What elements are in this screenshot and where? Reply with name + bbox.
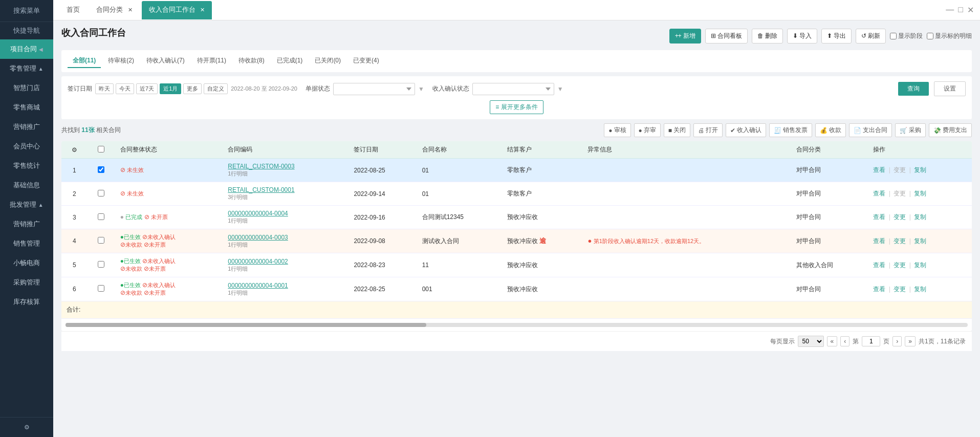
change-link[interactable]: 变更 bbox=[894, 166, 906, 173]
show-stages-checkbox-label[interactable]: 显示阶段 bbox=[890, 32, 923, 40]
income-confirm-button[interactable]: ✔ 收入确认 bbox=[726, 123, 766, 137]
delete-button[interactable]: 🗑 删除 bbox=[752, 29, 783, 43]
copy-link[interactable]: 复制 bbox=[914, 237, 926, 245]
date-custom[interactable]: 自定义 bbox=[204, 83, 228, 94]
minimize-button[interactable]: — bbox=[946, 5, 954, 15]
purchase-button[interactable]: 🛒 采购 bbox=[895, 123, 926, 137]
change-link[interactable]: 变更 bbox=[894, 190, 906, 197]
date-month[interactable]: 近1月 bbox=[160, 83, 181, 94]
export-button[interactable]: ⬆ 导出 bbox=[821, 29, 852, 43]
query-button[interactable]: 查询 bbox=[898, 82, 929, 96]
filter-tab-all[interactable]: 全部(11) bbox=[68, 54, 101, 68]
sidebar-item-purchase[interactable]: 采购管理 bbox=[0, 273, 53, 292]
set-button[interactable]: 设置 bbox=[934, 81, 966, 96]
view-link[interactable]: 查看 bbox=[873, 190, 885, 197]
filter-tab-closed[interactable]: 已关闭(0) bbox=[310, 54, 346, 68]
contract-code-link[interactable]: RETAIL_CUSTOM-0003 bbox=[228, 163, 294, 170]
scrollbar-thumb[interactable] bbox=[66, 323, 426, 327]
view-link[interactable]: 查看 bbox=[873, 166, 885, 173]
row-checkbox[interactable] bbox=[88, 277, 115, 301]
sidebar-item-online-store[interactable]: 零售商城 bbox=[0, 98, 53, 117]
close-button[interactable]: ✕ bbox=[967, 5, 974, 15]
show-stages-checkbox[interactable] bbox=[890, 33, 897, 39]
doc-status-select[interactable] bbox=[333, 83, 415, 95]
select-all-checkbox[interactable] bbox=[98, 146, 104, 152]
view-link[interactable]: 查看 bbox=[873, 261, 885, 269]
last-page-button[interactable]: » bbox=[905, 336, 916, 346]
tab-close-contract-category[interactable]: ✕ bbox=[128, 7, 133, 13]
show-marks-checkbox[interactable] bbox=[927, 33, 933, 39]
income-confirm-select[interactable] bbox=[472, 83, 554, 95]
row-checkbox[interactable] bbox=[88, 229, 115, 253]
col-settings[interactable]: ⚙ bbox=[61, 141, 88, 159]
sidebar-quick-nav[interactable]: 快捷导航 bbox=[0, 22, 53, 39]
out-contract-button[interactable]: 📄 支出合同 bbox=[849, 123, 892, 137]
sidebar-item-ecommerce[interactable]: 小畅电商 bbox=[0, 253, 53, 273]
expand-conditions-button[interactable]: ≡ 展开更多条件 bbox=[490, 100, 543, 114]
sidebar-item-marketing2[interactable]: 营销推广 bbox=[0, 214, 53, 234]
filter-tab-pending-confirm[interactable]: 待收入确认(7) bbox=[141, 54, 190, 68]
sales-invoice-button[interactable]: 🧾 销售发票 bbox=[769, 123, 812, 137]
tab-income-workbench[interactable]: 收入合同工作台 ✕ bbox=[142, 1, 212, 19]
sidebar-item-basic-info[interactable]: 基础信息 bbox=[0, 176, 53, 195]
date-today[interactable]: 今天 bbox=[116, 83, 134, 94]
copy-link[interactable]: 复制 bbox=[914, 190, 926, 197]
sidebar-item-project[interactable]: 项目合同 ◀ bbox=[0, 39, 53, 59]
contract-code-link[interactable]: 0000000000004-0004 bbox=[228, 210, 288, 217]
contract-code-link[interactable]: 0000000000004-0003 bbox=[228, 234, 288, 241]
sidebar-item-wholesale[interactable]: 批发管理 ▲ bbox=[0, 195, 53, 214]
date-more[interactable]: 更多 bbox=[183, 83, 202, 94]
expense-button[interactable]: 💸 费用支出 bbox=[929, 123, 972, 137]
filter-tab-pending-payment[interactable]: 待收款(8) bbox=[233, 54, 270, 68]
sidebar-item-marketing[interactable]: 营销推广 bbox=[0, 117, 53, 137]
tab-home[interactable]: 首页 bbox=[59, 1, 87, 19]
sidebar-settings[interactable]: ⚙ bbox=[0, 417, 53, 437]
copy-link[interactable]: 复制 bbox=[914, 213, 926, 221]
sidebar-item-sales[interactable]: 销售管理 bbox=[0, 234, 53, 253]
page-size-select[interactable]: 50 10 20 100 bbox=[798, 336, 824, 347]
contract-code-link[interactable]: 0000000000004-0002 bbox=[228, 258, 288, 265]
contract-code-link[interactable]: RETAIL_CUSTOM-0001 bbox=[228, 186, 294, 193]
import-button[interactable]: ⬇ 导入 bbox=[787, 29, 817, 43]
maximize-button[interactable]: □ bbox=[958, 5, 963, 15]
page-input[interactable] bbox=[862, 336, 880, 346]
filter-tab-pending-review[interactable]: 待审核(2) bbox=[103, 54, 139, 68]
view-link[interactable]: 查看 bbox=[873, 237, 885, 245]
copy-link[interactable]: 复制 bbox=[914, 166, 926, 173]
view-link[interactable]: 查看 bbox=[873, 213, 885, 221]
prev-page-button[interactable]: ‹ bbox=[840, 336, 850, 346]
new-button[interactable]: + + 新增 bbox=[669, 29, 701, 43]
row-checkbox[interactable] bbox=[88, 182, 115, 206]
kanban-button[interactable]: ⊞ 合同看板 bbox=[705, 29, 748, 43]
abandon-button[interactable]: ● 弃审 bbox=[634, 123, 661, 137]
show-marks-checkbox-label[interactable]: 显示标的明细 bbox=[927, 32, 972, 40]
sidebar-item-retail[interactable]: 零售管理 ▲ bbox=[0, 59, 53, 78]
filter-tab-changed[interactable]: 已变更(4) bbox=[348, 54, 384, 68]
refresh-button[interactable]: ↺ 刷新 bbox=[856, 29, 886, 43]
first-page-button[interactable]: « bbox=[827, 336, 838, 346]
close-contract-button[interactable]: ■ 关闭 bbox=[664, 123, 690, 137]
sidebar-item-member[interactable]: 会员中心 bbox=[0, 137, 53, 156]
change-link[interactable]: 变更 bbox=[894, 286, 906, 293]
copy-link[interactable]: 复制 bbox=[914, 261, 926, 269]
change-link[interactable]: 变更 bbox=[894, 237, 906, 245]
print-button[interactable]: 🖨 打开 bbox=[693, 123, 723, 137]
row-checkbox[interactable] bbox=[88, 206, 115, 229]
filter-tab-pending-invoice[interactable]: 待开票(11) bbox=[192, 54, 231, 68]
date-week[interactable]: 近7天 bbox=[136, 83, 158, 94]
filter-tab-completed[interactable]: 已完成(1) bbox=[272, 54, 308, 68]
col-checkbox[interactable] bbox=[88, 141, 115, 159]
change-link[interactable]: 变更 bbox=[894, 261, 906, 269]
contract-code-link[interactable]: 0000000000004-0001 bbox=[228, 282, 288, 289]
horizontal-scrollbar[interactable] bbox=[66, 323, 968, 327]
sidebar-item-smart-store[interactable]: 智慧门店 bbox=[0, 78, 53, 98]
tab-close-income-workbench[interactable]: ✕ bbox=[200, 7, 205, 13]
view-link[interactable]: 查看 bbox=[873, 286, 885, 293]
sidebar-item-retail-stats[interactable]: 零售统计 bbox=[0, 156, 53, 176]
payment-button[interactable]: 💰 收款 bbox=[815, 123, 846, 137]
sidebar-item-inventory[interactable]: 库存核算 bbox=[0, 292, 53, 312]
date-yesterday[interactable]: 昨天 bbox=[95, 83, 114, 94]
next-page-button[interactable]: › bbox=[892, 336, 902, 346]
sidebar-search[interactable]: 搜索菜单 bbox=[0, 0, 53, 22]
change-link[interactable]: 变更 bbox=[894, 213, 906, 221]
